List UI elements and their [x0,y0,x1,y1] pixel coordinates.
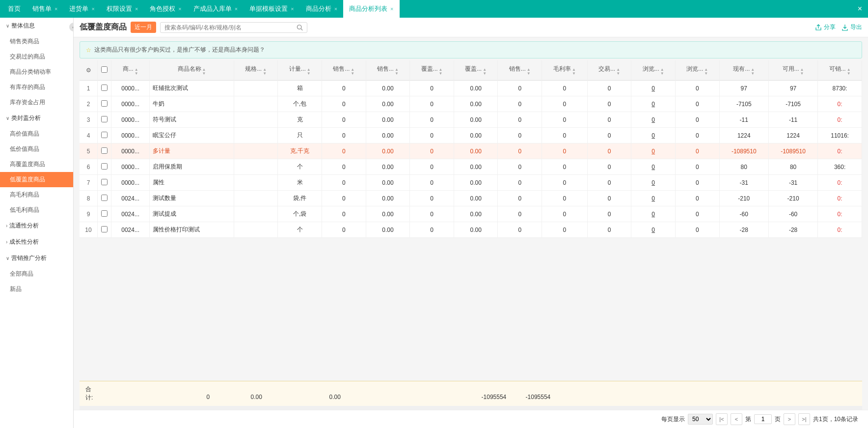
cell-name[interactable]: 旺辅批次测试 [150,81,234,96]
row-checkbox[interactable] [101,195,108,201]
cell-name[interactable]: 启用保质期 [150,159,234,175]
select-all-checkbox[interactable] [101,66,108,73]
close-tab-purchase[interactable]: × [91,6,94,12]
col-saleable[interactable]: 可销...▲▼ [818,60,862,81]
col-sales-stat[interactable]: 销售...▲▼ [498,60,542,81]
sidebar-section-liquidity[interactable]: › 流通性分析 [0,218,73,234]
col-unit[interactable]: 计量...▲▼ [278,60,322,81]
share-button[interactable]: 分享 [815,23,836,31]
sidebar-item-sales-goods[interactable]: 销售类商品 [0,34,73,49]
cell-name[interactable]: 测试数量 [150,191,234,206]
prev-page-button[interactable]: < [731,413,742,425]
row-checkbox[interactable] [101,85,108,91]
row-checkbox[interactable] [101,179,108,185]
close-tab-roles[interactable]: × [178,6,181,12]
per-page-select[interactable]: 20 50 100 [688,414,713,425]
settings-icon[interactable]: ⚙ [82,64,94,76]
cell-browse1[interactable]: 0 [631,143,676,159]
horizontal-scrollbar[interactable] [80,406,862,410]
cell-checkbox[interactable] [98,191,111,206]
col-gross[interactable]: 毛利率▲▼ [542,60,588,81]
tab-home[interactable]: 首页 [2,0,27,18]
search-input[interactable] [164,24,295,31]
cell-name[interactable]: 属性 [150,175,234,191]
close-tab-goods-analysis-list[interactable]: × [390,6,393,12]
tab-goods-analysis[interactable]: 商品分析 × [300,0,343,18]
sidebar-item-low-margin[interactable]: 低毛利商品 [0,202,73,218]
cell-browse1[interactable]: 0 [631,81,676,96]
sidebar-section-coverage[interactable]: ∨ 类封盖分析 [0,110,73,126]
cell-checkbox[interactable] [98,175,111,191]
tab-roles[interactable]: 角色授权 × [144,0,187,18]
col-sales-amount[interactable]: 销售...▲▼ [366,60,410,81]
page-number-input[interactable] [754,414,772,424]
cell-checkbox[interactable] [98,222,111,238]
cell-checkbox[interactable] [98,112,111,128]
col-browse1[interactable]: 浏览...▲▼ [631,60,676,81]
date-filter-button[interactable]: 近一月 [131,22,156,33]
sidebar-item-low-coverage[interactable]: 低覆盖度商品 [0,172,73,187]
close-tab-permissions[interactable]: × [135,6,138,12]
tab-single-template[interactable]: 单据模板设置 × [244,0,299,18]
col-sales-qty[interactable]: 销售...▲▼ [322,60,366,81]
row-checkbox[interactable] [101,147,108,154]
sidebar-item-low-value[interactable]: 低价值商品 [0,142,73,157]
export-button[interactable]: 导出 [841,23,862,31]
sidebar-item-high-coverage[interactable]: 高覆盖度商品 [0,157,73,172]
cell-name[interactable]: 牛奶 [150,96,234,112]
col-spec[interactable]: 规格...▲▼ [234,60,278,81]
tab-goods-analysis-list[interactable]: 商品分析列表 × [343,0,399,18]
cell-browse1[interactable]: 0 [631,206,676,222]
sidebar-item-stock-goods[interactable]: 有库存的商品 [0,80,73,95]
sidebar-item-all-goods[interactable]: 全部商品 [0,266,73,282]
sidebar-item-traded-goods[interactable]: 交易过的商品 [0,49,73,64]
sidebar-item-category-sales[interactable]: 商品分类销动率 [0,64,73,80]
sidebar-section-growth[interactable]: › 成长性分析 [0,234,73,250]
cell-checkbox[interactable] [98,206,111,222]
row-checkbox[interactable] [101,163,108,170]
cell-name[interactable]: 测试提成 [150,206,234,222]
close-tab-sales[interactable]: × [54,6,57,12]
cell-checkbox[interactable] [98,128,111,143]
col-cov1[interactable]: 覆盖...▲▼ [410,60,454,81]
cell-name[interactable]: 多计量 [150,143,234,159]
close-tab-goods-analysis[interactable]: × [334,6,337,12]
cell-browse1[interactable]: 0 [631,159,676,175]
close-tab-products-entry[interactable]: × [235,6,238,12]
cell-browse1[interactable]: 0 [631,222,676,238]
sidebar-item-capital-occupy[interactable]: 库存资金占用 [0,95,73,110]
close-all-tabs[interactable]: × [858,4,862,13]
sidebar-section-overall[interactable]: ∨ 整体信息 [0,18,73,34]
col-current[interactable]: 现有...▲▼ [719,60,768,81]
sidebar-item-high-value[interactable]: 高价值商品 [0,126,73,142]
tab-purchase[interactable]: 进货单 × [63,0,100,18]
row-checkbox[interactable] [101,116,108,122]
next-page-button[interactable]: > [784,413,795,425]
row-checkbox[interactable] [101,100,108,107]
cell-checkbox[interactable] [98,143,111,159]
col-available[interactable]: 可用...▲▼ [768,60,817,81]
cell-name[interactable]: 眠宝公仔 [150,128,234,143]
sidebar-item-high-margin[interactable]: 高毛利商品 [0,187,73,202]
col-browse2[interactable]: 浏览...▲▼ [676,60,720,81]
col-code[interactable]: 商...▲▼ [111,60,150,81]
sidebar-item-new-goods[interactable]: 新品 [0,282,73,297]
cell-browse1[interactable]: 0 [631,191,676,206]
cell-name[interactable]: 符号测试 [150,112,234,128]
col-trans[interactable]: 交易...▲▼ [587,60,631,81]
row-checkbox[interactable] [101,226,108,232]
col-cov2[interactable]: 覆盖...▲▼ [454,60,498,81]
cell-browse1[interactable]: 0 [631,128,676,143]
tab-permissions[interactable]: 权限设置 × [101,0,144,18]
tab-sales[interactable]: 销售单 × [27,0,63,18]
cell-checkbox[interactable] [98,96,111,112]
cell-name[interactable]: 属性价格打印测试 [150,222,234,238]
cell-browse1[interactable]: 0 [631,96,676,112]
cell-checkbox[interactable] [98,159,111,175]
first-page-button[interactable]: |< [716,413,728,425]
last-page-button[interactable]: >| [798,413,810,425]
row-checkbox[interactable] [101,210,108,217]
close-tab-single-template[interactable]: × [291,6,294,12]
col-name[interactable]: 商品名称▲▼ [150,60,234,81]
cell-checkbox[interactable] [98,81,111,96]
